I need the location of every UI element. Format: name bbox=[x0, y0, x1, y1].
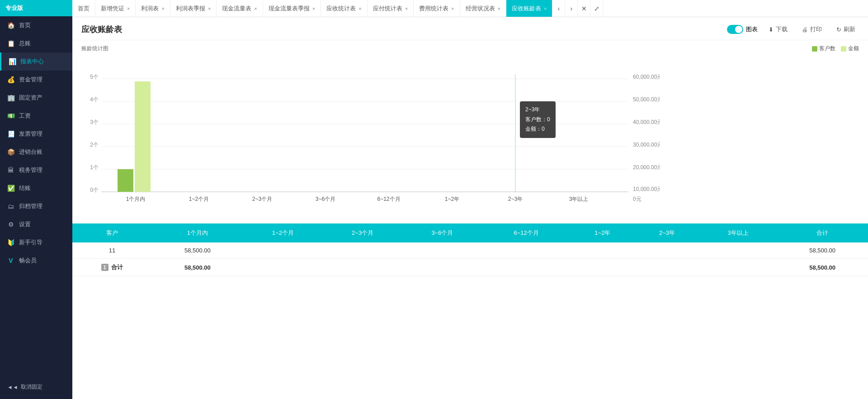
sidebar-item-archive[interactable]: 🗂 归档管理 bbox=[0, 197, 72, 215]
legend-customer-label: 客户数 bbox=[819, 45, 835, 52]
tab-expense-stats-close[interactable]: × bbox=[451, 6, 454, 11]
tab-profit[interactable]: 利润表 × bbox=[136, 0, 170, 17]
tab-close-all-button[interactable]: ✕ bbox=[578, 0, 590, 17]
sidebar-item-label: 进销台账 bbox=[19, 148, 42, 156]
svg-text:2~3个月: 2~3个月 bbox=[252, 196, 272, 202]
sidebar-item-funds[interactable]: 💰 资金管理 bbox=[0, 71, 72, 89]
bar-customer-1month bbox=[118, 169, 133, 192]
tax-icon: 🏛 bbox=[7, 166, 14, 174]
collapse-icon: ◄◄ bbox=[7, 384, 18, 390]
download-button[interactable]: ⬇ 下载 bbox=[765, 24, 791, 35]
svg-text:3年以上: 3年以上 bbox=[569, 196, 589, 202]
sidebar-item-checkout[interactable]: ✅ 结账 bbox=[0, 179, 72, 197]
tab-cashflow[interactable]: 现金流量表 × bbox=[217, 0, 263, 17]
sidebar-item-vip[interactable]: V 畅会员 bbox=[0, 252, 72, 270]
tab-cashflow-quarterly-close[interactable]: × bbox=[312, 6, 315, 11]
sidebar-item-stock[interactable]: 📦 进销台账 bbox=[0, 143, 72, 161]
tab-profit-quarterly[interactable]: 利润表季报 × bbox=[170, 0, 217, 17]
svg-text:30,000.00元: 30,000.00元 bbox=[633, 142, 660, 148]
sidebar-item-invoice[interactable]: 🧾 发票管理 bbox=[0, 125, 72, 143]
sidebar: 专业版 🏠 首页 📋 总账 📊 报表中心 💰 资金管理 🏢 固定资产 💵 工资 … bbox=[0, 0, 72, 399]
svg-text:60,000.00元: 60,000.00元 bbox=[633, 74, 660, 80]
svg-text:1~2个月: 1~2个月 bbox=[189, 196, 209, 202]
col-3-6month: 3~6个月 bbox=[402, 223, 482, 242]
settings-icon: ⚙ bbox=[7, 221, 14, 228]
sidebar-item-label: 报表中心 bbox=[20, 57, 44, 66]
tab-next-button[interactable]: › bbox=[565, 0, 578, 17]
assets-icon: 🏢 bbox=[7, 94, 14, 101]
total-text: 合计 bbox=[111, 263, 123, 271]
sidebar-item-salary[interactable]: 💵 工资 bbox=[0, 107, 72, 125]
archive-icon: 🗂 bbox=[7, 203, 14, 210]
tab-ar-stats-label: 应收统计表 bbox=[326, 5, 356, 13]
refresh-icon: ↻ bbox=[836, 26, 841, 33]
total-m1: 58,500.00 bbox=[152, 259, 243, 276]
sidebar-item-report[interactable]: 📊 报表中心 bbox=[0, 52, 72, 71]
tab-profit-quarterly-close[interactable]: × bbox=[208, 6, 211, 11]
collapse-sidebar-button[interactable]: ◄◄ 取消固定 bbox=[0, 380, 72, 394]
svg-text:3个: 3个 bbox=[90, 119, 99, 125]
row-m36 bbox=[402, 242, 482, 259]
col-1-2year: 1~2年 bbox=[571, 223, 635, 242]
tab-prev-button[interactable]: ‹ bbox=[552, 0, 565, 17]
page-header: 应收账龄表 图表 ⬇ 下载 🖨 打印 ↻ 刷新 bbox=[72, 17, 868, 40]
chart-area: 账龄统计图 客户数 金额 5个 4个 3个 2个 1个 bbox=[72, 40, 868, 223]
sidebar-item-label: 资金管理 bbox=[19, 76, 42, 84]
tab-business-status[interactable]: 经营状况表 × bbox=[460, 0, 506, 17]
row-y23 bbox=[635, 242, 699, 259]
tab-cashflow-quarterly[interactable]: 现金流量表季报 × bbox=[263, 0, 321, 17]
sidebar-item-guide[interactable]: 🔰 新手引导 bbox=[0, 233, 72, 252]
tab-profit-close[interactable]: × bbox=[161, 6, 164, 11]
page-title: 应收账龄表 bbox=[81, 24, 122, 35]
tab-expand-button[interactable]: ⤢ bbox=[590, 0, 603, 17]
col-6-12month: 6~12个月 bbox=[482, 223, 571, 242]
total-m612 bbox=[482, 259, 571, 276]
chart-toggle[interactable]: 图表 bbox=[727, 25, 758, 34]
svg-text:0元: 0元 bbox=[633, 196, 642, 202]
tab-business-status-close[interactable]: × bbox=[498, 6, 500, 11]
tab-voucher-close[interactable]: × bbox=[127, 6, 130, 11]
sidebar-item-ledger[interactable]: 📋 总账 bbox=[0, 34, 72, 52]
tab-ap-stats-label: 应付统计表 bbox=[373, 5, 402, 13]
stock-icon: 📦 bbox=[7, 148, 14, 156]
refresh-button[interactable]: ↻ 刷新 bbox=[833, 24, 859, 35]
tab-cashflow-close[interactable]: × bbox=[254, 6, 257, 11]
svg-text:5个: 5个 bbox=[90, 74, 99, 80]
total-y23 bbox=[635, 259, 699, 276]
total-y3plus bbox=[699, 259, 777, 276]
sidebar-item-label: 畅会员 bbox=[19, 256, 37, 265]
sidebar-item-label: 新手引导 bbox=[19, 238, 42, 247]
tab-home-label: 首页 bbox=[78, 5, 90, 13]
tab-home[interactable]: 首页 bbox=[72, 0, 95, 17]
svg-text:40,000.00元: 40,000.00元 bbox=[633, 119, 660, 125]
home-icon: 🏠 bbox=[7, 22, 14, 29]
sidebar-logo: 专业版 bbox=[0, 0, 72, 16]
toggle-track[interactable] bbox=[727, 25, 743, 34]
svg-text:6~12个月: 6~12个月 bbox=[377, 196, 400, 202]
sidebar-item-label: 总账 bbox=[19, 39, 31, 48]
tab-ar-aging[interactable]: 应收账龄表 × bbox=[506, 0, 552, 17]
col-2-3year: 2~3年 bbox=[635, 223, 699, 242]
sidebar-item-tax[interactable]: 🏛 税务管理 bbox=[0, 161, 72, 179]
svg-text:1个: 1个 bbox=[90, 164, 99, 171]
svg-text:1~2年: 1~2年 bbox=[445, 196, 459, 202]
tab-ap-stats[interactable]: 应付统计表 × bbox=[368, 0, 414, 17]
tab-cashflow-quarterly-label: 现金流量表季报 bbox=[269, 5, 310, 13]
tab-expense-stats[interactable]: 费用统计表 × bbox=[414, 0, 460, 17]
sidebar-item-settings[interactable]: ⚙ 设置 bbox=[0, 215, 72, 233]
row-customer: 11 bbox=[72, 242, 152, 259]
collapse-label: 取消固定 bbox=[21, 383, 42, 391]
tab-ar-stats-close[interactable]: × bbox=[359, 6, 361, 11]
tab-ap-stats-close[interactable]: × bbox=[405, 6, 408, 11]
sidebar-item-home[interactable]: 🏠 首页 bbox=[0, 16, 72, 34]
tab-voucher-label: 新增凭证 bbox=[101, 5, 124, 13]
tab-profit-quarterly-label: 利润表季报 bbox=[176, 5, 205, 13]
download-icon: ⬇ bbox=[769, 26, 774, 33]
sidebar-item-label: 结账 bbox=[19, 184, 31, 192]
tab-ar-stats[interactable]: 应收统计表 × bbox=[321, 0, 367, 17]
print-button[interactable]: 🖨 打印 bbox=[798, 24, 826, 35]
report-icon: 📊 bbox=[9, 58, 16, 65]
tab-voucher[interactable]: 新增凭证 × bbox=[95, 0, 136, 17]
sidebar-item-assets[interactable]: 🏢 固定资产 bbox=[0, 89, 72, 107]
tab-ar-aging-close[interactable]: × bbox=[544, 6, 547, 11]
